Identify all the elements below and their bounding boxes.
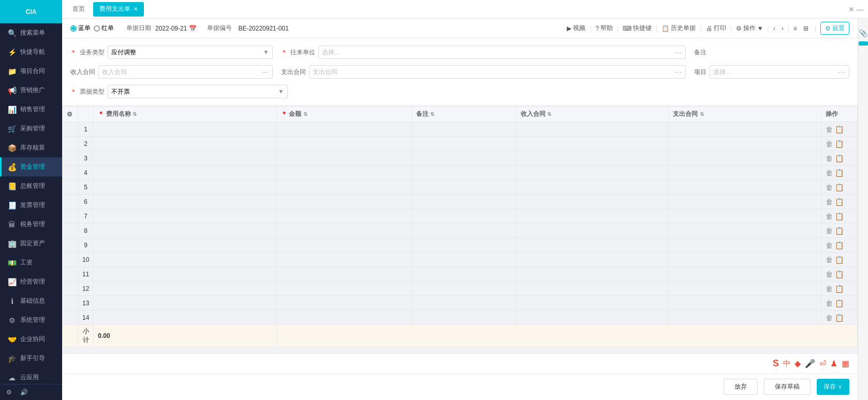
cell-remark-5[interactable] [412,180,517,195]
cell-remark-3[interactable] [412,151,517,166]
cell-income-6[interactable] [517,195,669,209]
cell-income-13[interactable] [517,296,669,310]
sidebar-item-payroll[interactable]: 💵 工资 [0,253,62,272]
cell-remark-12[interactable] [412,282,517,296]
nav-next-btn[interactable]: › [779,24,786,33]
radio-blue[interactable]: 蓝单 [70,24,91,33]
right-panel-attach-icon[interactable]: 📎 [859,29,867,37]
cell-name-1[interactable] [94,122,277,137]
cell-income-10[interactable] [517,253,669,267]
cell-remark-8[interactable] [412,224,517,238]
cell-amount-12[interactable] [277,282,412,296]
cell-expense-8[interactable] [669,224,821,238]
list-view-btn[interactable]: ≡ [791,24,799,33]
cell-remark-10[interactable] [412,253,517,267]
cell-remark-9[interactable] [412,238,517,253]
th-expense-contract[interactable]: 支出合同 ⇅ [669,107,821,122]
return-icon[interactable]: ⏎ [819,359,826,368]
sidebar-item-invoice[interactable]: 🧾 发票管理 [0,196,62,215]
cell-income-9[interactable] [517,238,669,253]
cell-income-11[interactable] [517,267,669,282]
cell-name-8[interactable] [94,224,277,238]
cell-name-2[interactable] [94,137,277,151]
copy-icon-13[interactable]: 📋 [835,299,844,307]
cell-amount-1[interactable] [277,122,412,137]
copy-icon-12[interactable]: 📋 [835,285,844,293]
cell-income-5[interactable] [517,180,669,195]
delete-icon-5[interactable]: 🗑 [826,183,833,191]
cell-amount-6[interactable] [277,195,412,209]
expense-contract-input[interactable]: 支出合同 ··· [309,65,686,79]
sidebar-item-assets[interactable]: 🏢 固定资产 [0,234,62,253]
sidebar-item-system[interactable]: ⚙ 系统管理 [0,310,62,330]
copy-icon-6[interactable]: 📋 [835,198,844,206]
delete-icon-4[interactable]: 🗑 [826,169,833,177]
copy-icon-11[interactable]: 📋 [835,270,844,278]
tab-home[interactable]: 首页 [66,2,91,17]
copy-icon-10[interactable]: 📋 [835,256,844,264]
income-contract-input[interactable]: 收入合同 ··· [98,65,273,79]
save-button[interactable]: 保存 ∨ [817,379,849,395]
copy-icon-14[interactable]: 📋 [835,314,844,322]
cell-amount-9[interactable] [277,238,412,253]
cell-name-5[interactable] [94,180,277,195]
invoice-type-select[interactable]: 不开票 ▼ [108,85,288,98]
cell-name-14[interactable] [94,310,277,325]
sidebar-item-purchase[interactable]: 🛒 采购管理 [0,119,62,138]
delete-icon-14[interactable]: 🗑 [826,314,833,322]
cell-amount-13[interactable] [277,296,412,310]
delete-icon-12[interactable]: 🗑 [826,285,833,293]
puzzle-icon[interactable]: ♟ [830,359,837,368]
cell-name-11[interactable] [94,267,277,282]
volume-bottom-icon[interactable]: 🔊 [20,389,28,396]
sidebar-item-ledger[interactable]: 📒 总账管理 [0,176,62,196]
sidebar-item-basic[interactable]: ℹ 基础信息 [0,291,62,310]
cell-income-3[interactable] [517,151,669,166]
delete-icon-7[interactable]: 🗑 [826,212,833,220]
cell-expense-13[interactable] [669,296,821,310]
cell-amount-5[interactable] [277,180,412,195]
window-minimize-icon[interactable]: — [857,5,864,13]
copy-icon-7[interactable]: 📋 [835,212,844,220]
th-gear[interactable]: ⚙ [63,107,78,122]
cell-remark-4[interactable] [412,166,517,180]
sidebar-item-tax[interactable]: 🏛 税务管理 [0,215,62,234]
delete-icon-8[interactable]: 🗑 [826,227,833,235]
cell-name-7[interactable] [94,209,277,224]
cell-expense-12[interactable] [669,282,821,296]
sidebar-item-inventory[interactable]: 📦 库存核算 [0,138,62,157]
video-btn[interactable]: ▶ 视频 [565,23,587,34]
copy-icon-3[interactable]: 📋 [835,154,844,162]
cell-name-9[interactable] [94,238,277,253]
th-income-contract[interactable]: 收入合同 ⇅ [517,107,669,122]
cell-remark-7[interactable] [412,209,517,224]
sidebar-item-capital[interactable]: 💰 资金管理 [0,157,62,176]
cell-expense-3[interactable] [669,151,821,166]
tab-expense[interactable]: 费用支出单 ✕ [93,2,144,17]
cell-expense-5[interactable] [669,180,821,195]
cell-name-3[interactable] [94,151,277,166]
th-amount[interactable]: ＊ 金额 ⇅ [277,107,412,122]
cell-remark-2[interactable] [412,137,517,151]
business-type-select[interactable]: 应付调整 ▼ [108,46,273,59]
cell-remark-1[interactable] [412,122,517,137]
th-name[interactable]: ＊ 费用名称 ⇅ [94,107,277,122]
shortcut-btn[interactable]: ⌨ 快捷键 [621,23,654,34]
delete-icon-6[interactable]: 🗑 [826,198,833,206]
tab-close-icon[interactable]: ✕ [134,6,138,12]
copy-icon-9[interactable]: 📋 [835,241,844,249]
cell-name-12[interactable] [94,282,277,296]
copy-icon-4[interactable]: 📋 [835,169,844,177]
calendar-icon[interactable]: 📅 [189,25,197,32]
sidebar-item-enterprise[interactable]: 🤝 企业协同 [0,330,62,349]
cell-income-4[interactable] [517,166,669,180]
cell-expense-11[interactable] [669,267,821,282]
cell-remark-14[interactable] [412,310,517,325]
cell-remark-13[interactable] [412,296,517,310]
copy-icon-2[interactable]: 📋 [835,140,844,148]
cell-remark-11[interactable] [412,267,517,282]
cell-amount-3[interactable] [277,151,412,166]
cell-expense-4[interactable] [669,166,821,180]
cell-income-8[interactable] [517,224,669,238]
cell-income-7[interactable] [517,209,669,224]
